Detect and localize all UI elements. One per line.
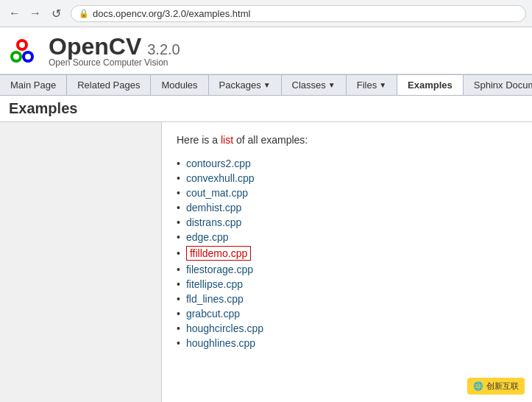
file-link[interactable]: filestorage.cpp — [186, 264, 253, 275]
list-item: distrans.cpp — [177, 215, 517, 230]
list-item: cout_mat.cpp — [177, 186, 517, 200]
file-link[interactable]: ffilldemo.cpp — [186, 246, 251, 261]
lock-icon: 🔒 — [79, 9, 89, 18]
reload-button[interactable]: ↺ — [47, 4, 65, 22]
classes-dropdown-arrow: ▼ — [328, 81, 336, 89]
back-button[interactable]: ← — [6, 4, 24, 22]
file-link[interactable]: distrans.cpp — [186, 216, 241, 228]
list-item: contours2.cpp — [177, 156, 517, 171]
browser-chrome: ← → ↺ 🔒 docs.opencv.org/3.2.0/examples.h… — [0, 0, 532, 27]
opencv-title-group: OpenCV 3.2.0 Open Source Computer Vision — [49, 33, 180, 68]
address-bar[interactable]: 🔒 docs.opencv.org/3.2.0/examples.html — [71, 5, 526, 22]
list-item: houghlines.cpp — [177, 336, 517, 350]
list-item: fld_lines.cpp — [177, 292, 517, 306]
opencv-header: OpenCV 3.2.0 Open Source Computer Vision — [0, 27, 532, 74]
list-item: fitellipse.cpp — [177, 277, 517, 292]
file-link[interactable]: houghlines.cpp — [186, 337, 255, 349]
file-link[interactable]: fitellipse.cpp — [186, 278, 243, 290]
intro-text: Here is a list of all examples: — [177, 134, 517, 146]
nav-sphinx[interactable]: Sphinx Docume — [464, 75, 532, 95]
list-item: convexhull.cpp — [177, 171, 517, 186]
page-title: Examples — [9, 100, 77, 116]
nav-related-pages[interactable]: Related Pages — [67, 75, 151, 95]
list-item: filestorage.cpp — [177, 262, 517, 277]
page-content: Here is a list of all examples: contours… — [0, 122, 532, 402]
nav-examples[interactable]: Examples — [397, 75, 464, 95]
opencv-logo-svg — [9, 38, 35, 64]
intro-highlight: list — [221, 134, 233, 146]
file-link[interactable]: demhist.cpp — [186, 202, 241, 214]
nav-main-page[interactable]: Main Page — [0, 75, 67, 95]
list-item: demhist.cpp — [177, 200, 517, 215]
file-link[interactable]: cout_mat.cpp — [186, 187, 248, 199]
watermark-icon: 🌐 — [473, 381, 483, 391]
list-item: grabcut.cpp — [177, 306, 517, 321]
nav-bar: Main Page Related Pages Modules Packages… — [0, 74, 532, 96]
watermark: 🌐 创新互联 — [467, 378, 525, 395]
page-title-bar: Examples — [0, 96, 532, 122]
packages-dropdown-arrow: ▼ — [263, 81, 271, 89]
browser-toolbar: ← → ↺ 🔒 docs.opencv.org/3.2.0/examples.h… — [0, 0, 532, 27]
svg-point-3 — [19, 42, 25, 48]
opencv-title: OpenCV — [49, 33, 141, 60]
file-link[interactable]: grabcut.cpp — [186, 308, 240, 320]
files-dropdown-arrow: ▼ — [379, 81, 386, 89]
opencv-logo — [9, 38, 41, 64]
file-link[interactable]: fld_lines.cpp — [186, 293, 244, 305]
nav-buttons: ← → ↺ — [6, 4, 65, 22]
opencv-version: 3.2.0 — [147, 41, 180, 58]
list-item: ffilldemo.cpp — [177, 244, 517, 262]
watermark-label: 创新互联 — [486, 381, 519, 392]
main-content: Here is a list of all examples: contours… — [162, 122, 532, 402]
nav-classes[interactable]: Classes ▼ — [282, 75, 347, 95]
list-item: edge.cpp — [177, 230, 517, 244]
opencv-subtitle: Open Source Computer Vision — [49, 57, 180, 68]
sidebar — [0, 122, 162, 402]
forward-button[interactable]: → — [26, 4, 44, 22]
svg-point-4 — [13, 54, 19, 60]
nav-files[interactable]: Files ▼ — [347, 75, 397, 95]
svg-point-5 — [25, 54, 31, 60]
nav-packages[interactable]: Packages ▼ — [209, 75, 282, 95]
file-link[interactable]: edge.cpp — [186, 231, 229, 243]
file-link[interactable]: contours2.cpp — [186, 158, 251, 169]
url-text: docs.opencv.org/3.2.0/examples.html — [93, 8, 250, 19]
list-item: houghcircles.cpp — [177, 321, 517, 336]
file-list: contours2.cppconvexhull.cppcout_mat.cppd… — [177, 156, 517, 350]
file-link[interactable]: houghcircles.cpp — [186, 322, 263, 334]
file-link[interactable]: convexhull.cpp — [186, 172, 255, 184]
nav-modules[interactable]: Modules — [151, 75, 208, 95]
